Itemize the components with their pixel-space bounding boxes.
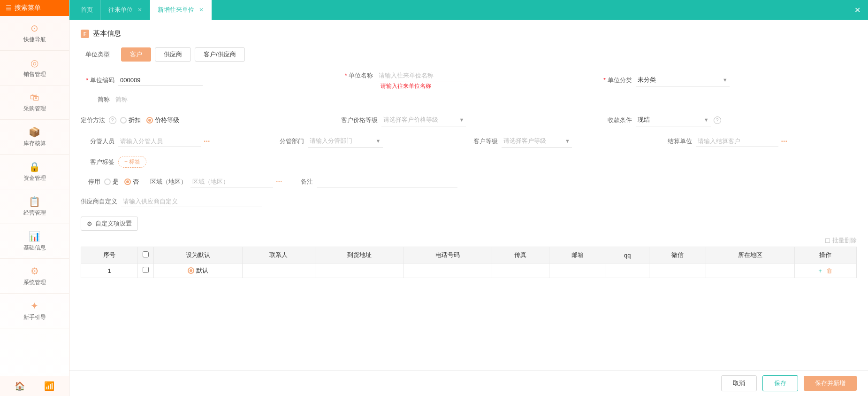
default-radio[interactable]: 默认: [159, 266, 237, 275]
sidebar-item-quick-nav[interactable]: ⊙ 快捷导航: [0, 16, 69, 51]
section-header: F 基本信息: [81, 29, 857, 38]
row-actions: + 🗑: [794, 264, 856, 278]
th-qq: qq: [606, 247, 649, 264]
dept-placeholder: 请输入分管部门: [310, 137, 352, 145]
system-icon: ⚙: [30, 265, 39, 277]
sidebar-search-label: 搜索菜单: [15, 4, 41, 12]
manager-label: 分管人员: [81, 137, 118, 146]
region-input[interactable]: [190, 176, 273, 187]
unit-type-customer[interactable]: 客户: [121, 47, 151, 62]
sidebar-item-finance[interactable]: 🔒 资金管理: [0, 155, 69, 189]
sidebar-item-basic[interactable]: 📊 基础信息: [0, 224, 69, 259]
default-radio-circle: [188, 267, 194, 274]
category-select[interactable]: 未分类 ▼: [636, 74, 730, 86]
category-field: 单位分类 未分类 ▼: [598, 70, 857, 90]
customer-price-field: 客户价格等级 请选择客户价格等级 ▼: [339, 114, 598, 126]
customer-price-select[interactable]: 请选择客户价格等级 ▼: [381, 114, 466, 126]
section-title: 基本信息: [93, 29, 121, 38]
name-error-msg: 请输入往来单位名称: [381, 82, 431, 90]
customer-price-placeholder: 请选择客户价格等级: [383, 116, 438, 124]
gear-icon: ⚙: [87, 220, 92, 227]
batch-delete-label: 批量删除: [832, 236, 857, 245]
footer: 取消 保存 保存并新增: [69, 370, 868, 396]
category-label: 单位分类: [598, 76, 636, 85]
tab-home[interactable]: 首页: [73, 0, 101, 20]
pricing-field: 定价方法 ? 折扣 价格等级: [81, 114, 339, 126]
tab-counterparty[interactable]: 往来单位 ✕: [101, 0, 150, 20]
category-chevron-icon: ▼: [723, 77, 728, 83]
disable-no-label: 否: [133, 178, 139, 186]
form-content: F 基本信息 单位类型 客户 供应商 客户/供应商 单位编码: [69, 20, 868, 370]
tab-counterparty-close[interactable]: ✕: [137, 7, 142, 13]
manager-more-btn[interactable]: ···: [204, 137, 210, 146]
th-phone: 电话号码: [404, 247, 492, 264]
sidebar-item-guide[interactable]: ✦ 新手引导: [0, 294, 69, 328]
discount-radio[interactable]: 折扣: [120, 116, 141, 124]
remark-label: 备注: [293, 178, 317, 186]
dept-chevron-icon: ▼: [376, 138, 381, 144]
select-all-checkbox[interactable]: [143, 251, 149, 257]
operations-icon: 📋: [29, 196, 40, 207]
remark-input[interactable]: [317, 176, 457, 187]
payment-terms-help-icon[interactable]: ?: [714, 116, 721, 124]
sidebar-item-system[interactable]: ⚙ 系统管理: [0, 259, 69, 294]
tab-new-counterparty-close[interactable]: ✕: [199, 7, 204, 13]
short-name-input[interactable]: [114, 94, 198, 105]
region-more-btn[interactable]: ···: [276, 178, 282, 186]
unit-type-both[interactable]: 客户/供应商: [195, 47, 245, 62]
unit-type-group: 客户 供应商 客户/供应商: [121, 47, 245, 62]
row-phone: [404, 264, 492, 278]
sidebar-item-sales[interactable]: ◎ 销售管理: [0, 51, 69, 85]
cancel-button[interactable]: 取消: [721, 375, 757, 391]
customer-level-label: 客户等级: [469, 137, 502, 146]
name-input[interactable]: [377, 70, 471, 81]
row-email: [549, 264, 606, 278]
close-all-tabs[interactable]: ✕: [851, 6, 864, 15]
settle-unit-more-btn[interactable]: ···: [781, 137, 787, 146]
signal-icon[interactable]: 📶: [44, 381, 54, 391]
add-row-btn[interactable]: +: [818, 267, 822, 274]
customer-level-chevron-icon: ▼: [565, 138, 570, 144]
save-button[interactable]: 保存: [762, 375, 798, 391]
pricing-help-icon[interactable]: ?: [109, 116, 116, 124]
dept-select[interactable]: 请输入分管部门 ▼: [308, 135, 383, 148]
sidebar-item-purchase[interactable]: 🛍 采购管理: [0, 85, 69, 120]
manager-input[interactable]: [118, 136, 201, 147]
customer-level-select[interactable]: 请选择客户等级 ▼: [502, 135, 572, 148]
inventory-icon: 📦: [29, 126, 40, 138]
sidebar-item-label: 采购管理: [23, 105, 46, 113]
supplier-custom-input[interactable]: [121, 196, 262, 207]
delete-row-btn[interactable]: 🗑: [826, 267, 832, 274]
customer-level-placeholder: 请选择客户等级: [503, 137, 546, 145]
payment-terms-field: 收款条件 现结 ▼ ?: [598, 114, 857, 126]
save-new-button[interactable]: 保存并新增: [804, 376, 857, 391]
row-select-checkbox[interactable]: [143, 267, 149, 273]
region-field: 区域（地区） ···: [150, 176, 282, 187]
tag-add-btn[interactable]: + 标签: [118, 156, 146, 168]
settle-unit-field: 结算单位 ···: [663, 136, 857, 147]
search-icon: ☰: [6, 4, 12, 12]
sidebar-item-inventory[interactable]: 📦 库存核算: [0, 120, 69, 155]
sidebar-search[interactable]: ☰ 搜索菜单: [0, 0, 69, 16]
tab-new-counterparty[interactable]: 新增往来单位 ✕: [150, 0, 212, 20]
th-address: 到货地址: [315, 247, 404, 264]
payment-terms-select[interactable]: 现结 ▼: [636, 114, 711, 126]
unit-type-supplier[interactable]: 供应商: [155, 47, 191, 62]
default-radio-dot: [190, 269, 192, 272]
batch-area: ☐ 批量删除: [81, 236, 857, 245]
disable-yes-radio[interactable]: 是: [104, 178, 119, 186]
pricing-label: 定价方法 ?: [81, 116, 120, 124]
settle-unit-input[interactable]: [696, 136, 778, 147]
quick-nav-icon: ⊙: [30, 23, 38, 34]
home-bottom-icon[interactable]: 🏠: [15, 381, 25, 391]
batch-delete-btn[interactable]: ☐ 批量删除: [825, 236, 857, 245]
code-input[interactable]: [118, 75, 203, 86]
custom-settings-btn[interactable]: ⚙ 自定义项设置: [81, 217, 138, 231]
customer-price-chevron-icon: ▼: [459, 117, 464, 123]
unit-type-label: 单位类型: [81, 50, 114, 59]
price-level-radio[interactable]: 价格等级: [146, 116, 179, 124]
discount-label: 折扣: [129, 116, 141, 124]
disable-no-radio[interactable]: 否: [124, 178, 139, 186]
contacts-table: 序号 设为默认 联系人 到货地址 电话号码 传真 邮箱 qq 微信 所在地区 操…: [81, 247, 857, 278]
sidebar-item-operations[interactable]: 📋 经营管理: [0, 189, 69, 224]
